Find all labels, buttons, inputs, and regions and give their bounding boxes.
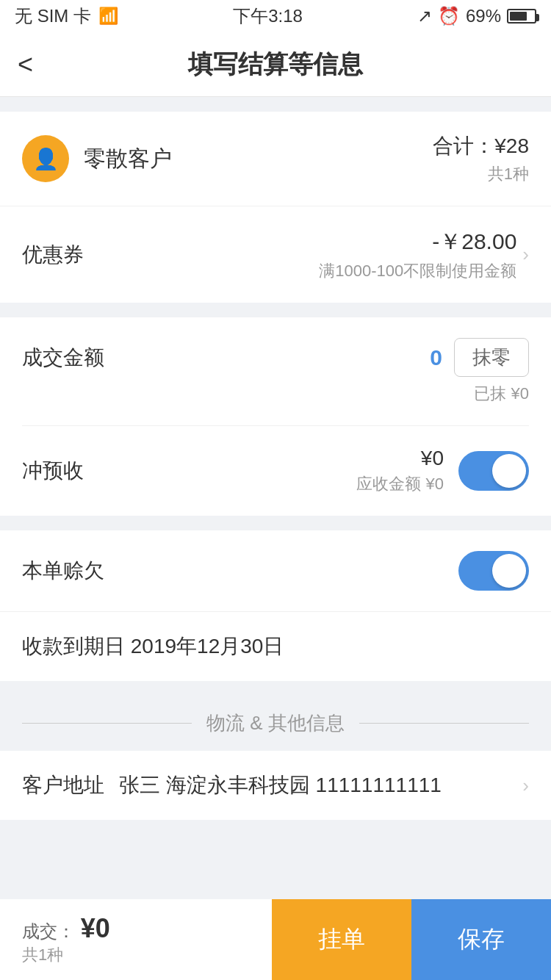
carrier-text: 无 SIM 卡 <box>15 4 91 28</box>
customer-right: 合计：¥28 共1种 <box>433 132 529 185</box>
status-bar: 无 SIM 卡 📶 下午3:18 ↗ ⏰ 69% <box>0 0 551 32</box>
address-section: 客户地址 张三 海淀永丰科技园 11111111111 › <box>0 751 551 820</box>
duedate-row: 收款到期日 2019年12月30日 <box>0 611 551 681</box>
prereceipt-amounts: ¥0 应收金额 ¥0 <box>356 447 444 495</box>
logistics-text: 物流 & 其他信息 <box>206 710 345 736</box>
transaction-amount-row: 成交金额 0 抹零 已抹 ¥0 <box>0 317 551 425</box>
page-title: 填写结算等信息 <box>188 48 363 82</box>
section-gap-4 <box>0 681 551 696</box>
debt-row: 本单赊欠 <box>0 530 551 611</box>
prereceipt-amount: ¥0 <box>356 447 444 470</box>
debt-toggle-knob <box>492 554 526 588</box>
nav-bar: < 填写结算等信息 <box>0 32 551 97</box>
save-button[interactable]: 保存 <box>411 899 551 980</box>
logistics-line-right <box>359 723 529 724</box>
wifi-icon: 📶 <box>98 7 118 26</box>
avatar-icon: 👤 <box>33 147 59 171</box>
address-row[interactable]: 客户地址 张三 海淀永丰科技园 11111111111 › <box>0 751 551 820</box>
transaction-section: 成交金额 0 抹零 已抹 ¥0 冲预收 ¥0 应收金额 ¥0 <box>0 317 551 516</box>
debt-label: 本单赊欠 <box>22 557 104 585</box>
hang-button[interactable]: 挂单 <box>272 899 411 980</box>
customer-name: 零散客户 <box>84 144 172 174</box>
coupon-row[interactable]: 优惠券 -￥28.00 满1000-100不限制使用金额 › <box>0 206 551 303</box>
customer-section: 👤 零散客户 合计：¥28 共1种 优惠券 -￥28.00 满1000-100不… <box>0 112 551 303</box>
transaction-label: 成交金额 <box>22 344 104 372</box>
status-left: 无 SIM 卡 📶 <box>15 4 118 28</box>
logistics-header: 物流 & 其他信息 <box>0 696 551 751</box>
customer-row: 👤 零散客户 合计：¥28 共1种 <box>0 112 551 206</box>
total-amount: 合计：¥28 <box>433 132 529 160</box>
coupon-label: 优惠券 <box>22 241 84 269</box>
coupon-info: -￥28.00 满1000-100不限制使用金额 <box>319 227 516 282</box>
round-button[interactable]: 抹零 <box>454 338 529 377</box>
transaction-sub-text: 已抹 ¥0 <box>22 383 529 405</box>
battery-icon <box>507 9 536 24</box>
debt-toggle[interactable] <box>458 551 529 591</box>
address-label: 客户地址 <box>22 771 104 799</box>
battery-text: 69% <box>466 6 501 26</box>
bottom-summary: 成交： ¥0 共1种 <box>0 899 272 980</box>
total-count: 共1种 <box>433 163 529 185</box>
customer-left: 👤 零散客户 <box>22 135 172 182</box>
coupon-right: -￥28.00 满1000-100不限制使用金额 › <box>319 227 529 282</box>
bottom-summary-count: 共1种 <box>22 944 250 966</box>
transaction-right: 0 抹零 <box>430 338 529 377</box>
back-button[interactable]: < <box>18 49 33 80</box>
address-value: 张三 海淀永丰科技园 11111111111 <box>119 771 522 799</box>
prereceipt-sub: 应收金额 ¥0 <box>356 473 444 495</box>
address-chevron-icon: › <box>522 774 529 797</box>
bottom-summary-amount: ¥0 <box>81 913 110 943</box>
prereceipt-row: 冲预收 ¥0 应收金额 ¥0 <box>0 426 551 516</box>
status-time: 下午3:18 <box>233 4 303 28</box>
toggle-knob <box>492 454 526 488</box>
transaction-amount: 0 <box>430 345 442 370</box>
bottom-summary-row: 成交： ¥0 <box>22 913 250 944</box>
bottom-summary-label: 成交： <box>22 921 75 941</box>
alarm-icon: ⏰ <box>438 6 460 26</box>
transaction-row: 成交金额 0 抹零 <box>22 338 529 377</box>
chevron-right-icon: › <box>522 243 529 266</box>
section-gap-3 <box>0 516 551 530</box>
status-right: ↗ ⏰ 69% <box>417 6 536 26</box>
prereceipt-label: 冲预收 <box>22 457 84 485</box>
logistics-line-left <box>22 723 192 724</box>
gps-icon: ↗ <box>417 6 432 26</box>
coupon-discount: -￥28.00 <box>319 227 516 257</box>
section-gap-1 <box>0 97 551 112</box>
section-gap-2 <box>0 303 551 317</box>
prereceipt-toggle[interactable] <box>458 451 529 491</box>
debt-section: 本单赊欠 收款到期日 2019年12月30日 <box>0 530 551 681</box>
duedate-value: 2019年12月30日 <box>131 635 284 657</box>
bottom-bar: 成交： ¥0 共1种 挂单 保存 <box>0 899 551 980</box>
duedate-label: 收款到期日 <box>22 635 125 657</box>
avatar: 👤 <box>22 135 69 182</box>
prereceipt-right: ¥0 应收金额 ¥0 <box>356 447 529 495</box>
coupon-description: 满1000-100不限制使用金额 <box>319 260 516 282</box>
